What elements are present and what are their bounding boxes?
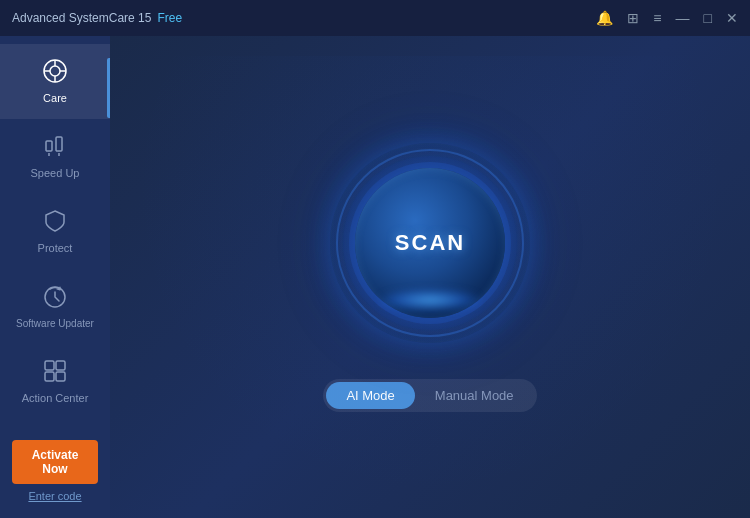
care-label: Care	[43, 92, 67, 105]
sidebar: Care Speed Up Protect	[0, 36, 110, 518]
svg-rect-6	[46, 141, 52, 151]
svg-point-1	[50, 66, 60, 76]
title-bar: Advanced SystemCare 15 Free 🔔 ⊞ ≡ — □ ✕	[0, 0, 750, 36]
mode-toggle: AI Mode Manual Mode	[323, 379, 536, 412]
scan-button[interactable]: SCAN	[355, 168, 505, 318]
software-updater-label: Software Updater	[16, 318, 94, 330]
protect-icon	[42, 208, 68, 238]
speed-up-icon	[42, 133, 68, 163]
sidebar-item-software-updater[interactable]: Software Updater	[0, 270, 110, 344]
protect-label: Protect	[38, 242, 73, 255]
notification-icon[interactable]: 🔔	[596, 10, 613, 26]
sidebar-item-speed-up[interactable]: Speed Up	[0, 119, 110, 194]
grid-icon[interactable]: ⊞	[627, 10, 639, 26]
svg-rect-14	[56, 372, 65, 381]
sidebar-item-protect[interactable]: Protect	[0, 194, 110, 269]
ai-mode-button[interactable]: AI Mode	[326, 382, 414, 409]
svg-rect-13	[45, 372, 54, 381]
activate-now-button[interactable]: Activate Now	[12, 440, 98, 484]
scan-button-container: SCAN	[330, 143, 530, 343]
svg-rect-12	[56, 361, 65, 370]
app-title: Advanced SystemCare 15	[12, 11, 151, 25]
svg-rect-11	[45, 361, 54, 370]
main-content: Care Speed Up Protect	[0, 36, 750, 518]
action-center-icon	[42, 358, 68, 388]
sidebar-bottom: Activate Now Enter code	[0, 424, 110, 518]
speed-up-label: Speed Up	[31, 167, 80, 180]
title-bar-controls: 🔔 ⊞ ≡ — □ ✕	[596, 10, 738, 26]
enter-code-link[interactable]: Enter code	[28, 490, 81, 502]
svg-rect-7	[56, 137, 62, 151]
action-center-label: Action Center	[22, 392, 89, 405]
software-updater-icon	[42, 284, 68, 314]
app-edition: Free	[157, 11, 182, 25]
sidebar-item-action-center[interactable]: Action Center	[0, 344, 110, 419]
content-area: SCAN AI Mode Manual Mode	[110, 36, 750, 518]
sidebar-item-care[interactable]: Care	[0, 44, 110, 119]
minimize-button[interactable]: —	[676, 10, 690, 26]
menu-icon[interactable]: ≡	[653, 10, 661, 26]
scan-button-label: SCAN	[395, 230, 465, 256]
close-button[interactable]: ✕	[726, 10, 738, 26]
manual-mode-button[interactable]: Manual Mode	[415, 382, 534, 409]
title-bar-left: Advanced SystemCare 15 Free	[12, 11, 182, 25]
maximize-button[interactable]: □	[704, 10, 712, 26]
care-icon	[42, 58, 68, 88]
